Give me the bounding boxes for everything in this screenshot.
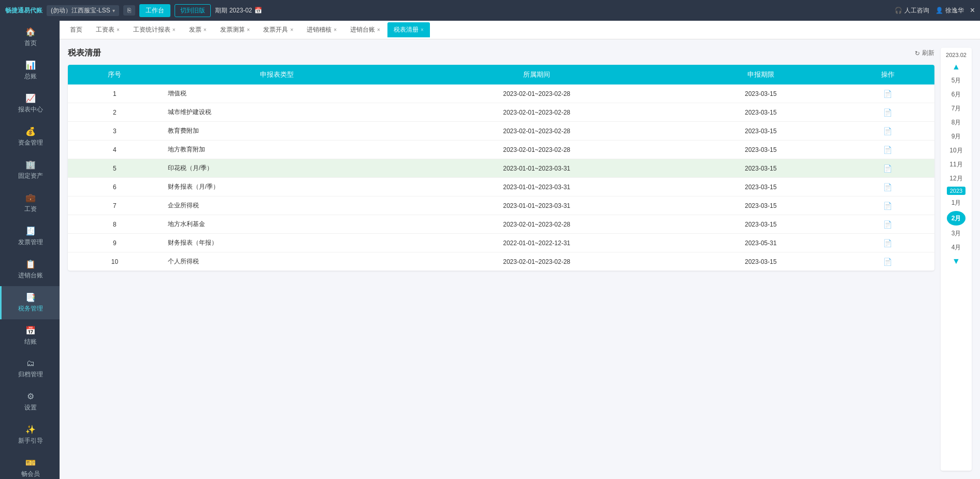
period-up-nav[interactable]: ▲ [950,60,962,74]
cell-no: 8 [68,215,162,234]
cell-action[interactable]: 📄 [841,178,934,196]
tab-close-invoice-calc[interactable]: × [247,27,250,33]
action-icon[interactable]: 📄 [883,146,892,154]
tab-purchase-ledger[interactable]: 进销台账× [344,22,386,37]
tab-invoice-open[interactable]: 发票开具× [257,22,299,37]
app-logo: 畅捷通易代账 [5,6,42,15]
main-section: 税表清册 ↻ 刷新 序号申报表类型所属期间申报期限操作 1 增值税 2023-0… [68,48,934,471]
cell-action[interactable]: 📄 [841,234,934,252]
period-header: 2023.02 [945,50,968,60]
company-selector[interactable]: (勿动）江西服宝-LSS ▾ [47,5,119,16]
sidebar-item-home[interactable]: 🏠 首页 [0,21,60,54]
period-month-4月[interactable]: 4月 [945,241,968,255]
period-month-prev-5月[interactable]: 5月 [945,74,968,88]
cell-period: 2023-02-01~2023-02-28 [393,252,681,271]
sidebar-item-guide[interactable]: ✨ 新手引导 [0,418,60,452]
action-icon[interactable]: 📄 [883,202,892,210]
table-row: 9 财务报表（年报） 2022-01-01~2022-12-31 2023-05… [68,234,934,252]
tab-tax-list[interactable]: 税表清册× [387,22,430,37]
period-month-prev-11月[interactable]: 11月 [945,158,968,172]
workspace-button[interactable]: 工作台 [139,4,170,17]
member-icon: 🎫 [25,458,36,468]
action-icon[interactable]: 📄 [883,127,892,135]
col-header-4: 操作 [841,65,934,84]
sidebar-item-purchase[interactable]: 📋 进销台账 [0,253,60,286]
sidebar-item-member[interactable]: 🎫 畅会员 [0,452,60,479]
human-consult[interactable]: 🎧 人工咨询 [895,6,929,15]
action-icon[interactable]: 📄 [883,164,892,173]
action-icon[interactable]: 📄 [883,220,892,229]
refresh-button[interactable]: ↻ 刷新 [915,49,934,58]
calendar-icon[interactable]: 📅 [254,7,262,14]
table-row: 4 地方教育附加 2023-02-01~2023-02-28 2023-03-1… [68,140,934,159]
action-icon[interactable]: 📄 [883,183,892,191]
period-month-2月[interactable]: 2月 [947,211,965,226]
table-row: 8 地方水利基金 2023-02-01~2023-02-28 2023-03-1… [68,215,934,234]
sidebar-item-settings[interactable]: ⚙ 设置 [0,385,60,418]
tab-invoice-calc[interactable]: 发票测算× [214,22,256,37]
sidebar-label-tax: 税务管理 [18,304,43,313]
sidebar-item-ledger[interactable]: 📊 总账 [0,54,60,87]
period-down-nav[interactable]: ▼ [950,255,962,268]
action-icon[interactable]: 📄 [883,90,892,98]
copy-icon-btn[interactable]: ⎘ [123,5,135,16]
period-month-prev-7月[interactable]: 7月 [945,102,968,116]
sidebar-item-salary[interactable]: 💼 工资 [0,187,60,220]
cell-action[interactable]: 📄 [841,103,934,122]
action-icon[interactable]: 📄 [883,108,892,117]
tab-close-tax-list[interactable]: × [421,27,424,33]
tab-invoice[interactable]: 发票× [183,22,213,37]
tab-salary-report[interactable]: 工资统计报表× [127,22,182,37]
tab-close-invoice-open[interactable]: × [290,27,293,33]
tax-icon: 📑 [25,292,36,302]
page-header: 税表清册 ↻ 刷新 [68,48,934,59]
tab-label-purchase-check: 进销稽核 [307,25,332,34]
tab-purchase-check[interactable]: 进销稽核× [300,22,343,37]
sidebar-item-funds[interactable]: 💰 资金管理 [0,120,60,153]
cell-action[interactable]: 📄 [841,140,934,159]
main-layout: 🏠 首页 📊 总账 📈 报表中心 💰 资金管理 🏢 固定资产 💼 工资 🧾 发票… [0,21,980,479]
tab-close-salary[interactable]: × [117,27,120,33]
cell-action[interactable]: 📄 [841,159,934,178]
action-icon[interactable]: 📄 [883,258,892,266]
cell-deadline: 2023-03-15 [681,159,841,178]
sidebar-item-report[interactable]: 📈 报表中心 [0,87,60,120]
tab-label-invoice: 发票 [189,25,201,34]
cell-action[interactable]: 📄 [841,252,934,271]
sidebar-item-close[interactable]: 📅 结账 [0,319,60,353]
tab-close-purchase-check[interactable]: × [334,27,337,33]
tab-close-salary-report[interactable]: × [172,27,176,33]
cell-action[interactable]: 📄 [841,122,934,140]
tab-label-salary-report: 工资统计报表 [133,25,170,34]
user-profile[interactable]: 👤 徐逸华 [935,6,964,15]
tab-label-home: 首页 [70,25,82,34]
period-month-prev-9月[interactable]: 9月 [945,130,968,144]
col-header-1: 申报表类型 [162,65,393,84]
switch-old-button[interactable]: 切到旧版 [175,4,211,17]
period-month-3月[interactable]: 3月 [945,227,968,241]
top-bar-right: 🎧 人工咨询 👤 徐逸华 × [895,6,975,15]
tab-close-invoice[interactable]: × [204,27,207,33]
period-month-prev-8月[interactable]: 8月 [945,116,968,130]
period-month-prev-6月[interactable]: 6月 [945,88,968,102]
period-month-prev-12月[interactable]: 12月 [945,172,968,186]
sidebar-item-invoice[interactable]: 🧾 发票管理 [0,220,60,253]
cell-action[interactable]: 📄 [841,196,934,215]
cell-period: 2022-01-01~2022-12-31 [393,234,681,252]
cell-action[interactable]: 📄 [841,215,934,234]
sidebar-item-tax[interactable]: 📑 税务管理 [0,286,60,319]
sidebar-item-archive[interactable]: 🗂 归档管理 [0,353,60,385]
home-icon: 🏠 [25,27,36,37]
cell-action[interactable]: 📄 [841,84,934,103]
sidebar-item-assets[interactable]: 🏢 固定资产 [0,153,60,187]
tab-salary[interactable]: 工资表× [90,22,126,37]
tab-close-purchase-ledger[interactable]: × [377,27,380,33]
settings-icon: ⚙ [27,391,34,401]
close-button[interactable]: × [970,6,975,15]
period-display: 期期 2023-02 📅 [215,6,262,15]
period-month-1月[interactable]: 1月 [945,196,968,210]
action-icon[interactable]: 📄 [883,239,892,247]
tab-home[interactable]: 首页 [64,22,89,37]
cell-no: 9 [68,234,162,252]
period-month-prev-10月[interactable]: 10月 [945,144,968,158]
